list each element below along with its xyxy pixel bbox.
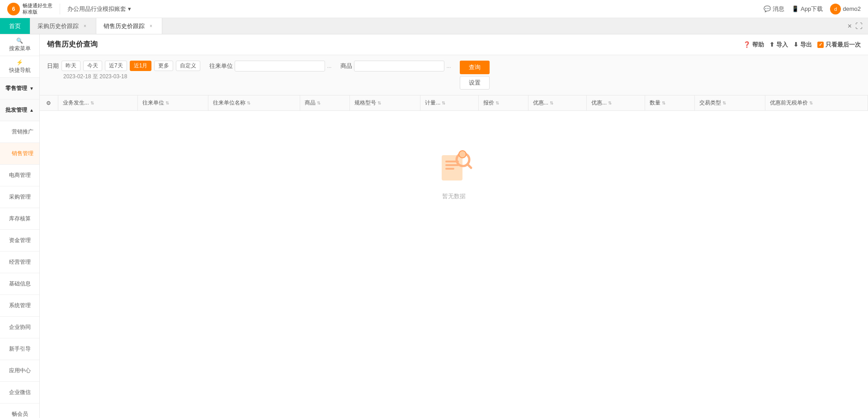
- empty-state: 暂无数据: [40, 111, 868, 237]
- app-selector-label: 办公用品行业模拟账套: [67, 5, 126, 13]
- logo-area: 6 畅捷通好生意 标准版: [7, 3, 52, 15]
- tab-home-label: 首页: [9, 22, 21, 30]
- partner-dots[interactable]: ...: [327, 63, 331, 69]
- product-input[interactable]: [354, 61, 444, 71]
- tab-sales-close[interactable]: ×: [147, 23, 155, 30]
- user-area[interactable]: d demo2: [830, 4, 861, 14]
- search-icon: 🔍: [16, 38, 23, 44]
- sidebar-finance-label: 资金管理: [9, 237, 31, 244]
- fullscreen-btn[interactable]: ⛶: [855, 22, 863, 30]
- col-partner-name[interactable]: 往来单位名称⇅: [208, 95, 300, 111]
- sidebar-item-sales-mgmt[interactable]: 销售管理: [0, 143, 39, 165]
- sidebar-item-tutorial[interactable]: 新手引导: [0, 338, 39, 360]
- main-layout: 🔍 搜索菜单 ⚡ 快捷导航 零售管理 ▼ 批发管理 ▲ 营销推广 销售管理 电商…: [0, 34, 868, 418]
- sidebar-item-system[interactable]: 系统管理: [0, 295, 39, 317]
- date-last7days[interactable]: 近7天: [105, 61, 127, 71]
- sidebar-item-search[interactable]: 🔍 搜索菜单: [0, 34, 39, 56]
- sidebar-item-basics[interactable]: 基础信息: [0, 273, 39, 295]
- query-button[interactable]: 查询: [460, 61, 490, 74]
- sidebar-sales-mgmt-label: 销售管理: [12, 150, 33, 157]
- col-trade-type[interactable]: 交易类型⇅: [694, 95, 765, 111]
- settings-button[interactable]: 设置: [460, 76, 490, 90]
- tab-home[interactable]: 首页: [0, 18, 30, 34]
- sidebar-item-purchase[interactable]: 采购管理: [0, 186, 39, 208]
- help-icon: ❓: [743, 41, 750, 48]
- sidebar-item-operations[interactable]: 经营管理: [0, 252, 39, 273]
- import-icon: ⬆: [769, 41, 774, 48]
- export-icon: ⬇: [793, 41, 798, 48]
- partner-label: 往来单位: [209, 62, 233, 70]
- wholesale-arrow: ▲: [29, 108, 34, 113]
- col-quantity[interactable]: 数量⇅: [645, 95, 695, 111]
- sidebar-item-shortcuts[interactable]: ⚡ 快捷导航: [0, 56, 39, 78]
- sidebar-search-label: 搜索菜单: [9, 45, 31, 52]
- tab-purchase-close[interactable]: ×: [81, 23, 89, 30]
- date-custom[interactable]: 自定义: [176, 61, 200, 71]
- tab-purchase[interactable]: 采购历史价跟踪 ×: [30, 18, 96, 34]
- col-pretax[interactable]: 优惠前无税单价⇅: [765, 95, 868, 111]
- sidebar-item-app-center[interactable]: 应用中心: [0, 360, 39, 382]
- header-divider: [60, 4, 60, 14]
- date-today[interactable]: 今天: [83, 61, 102, 71]
- last-only-checkbox[interactable]: [817, 42, 824, 48]
- app-download-btn[interactable]: 📱 App下载: [792, 5, 823, 13]
- content-area: 销售历史价查询 ❓ 帮助 ⬆ 导入 ⬇ 导出: [40, 34, 868, 418]
- avatar: d: [830, 4, 841, 14]
- username: demo2: [843, 5, 861, 12]
- logo-text: 畅捷通好生意 标准版: [23, 3, 52, 14]
- tab-sales[interactable]: 销售历史价跟踪 ×: [96, 18, 162, 34]
- message-icon: 💬: [764, 5, 771, 12]
- sidebar-item-wechat[interactable]: 企业微信: [0, 382, 39, 404]
- import-btn[interactable]: ⬆ 导入: [769, 41, 788, 49]
- export-label: 导出: [800, 41, 812, 49]
- date-yesterday[interactable]: 昨天: [61, 61, 80, 71]
- col-quote[interactable]: 报价⇅: [479, 95, 528, 111]
- sidebar-item-finance[interactable]: 资金管理: [0, 230, 39, 252]
- col-partner-code[interactable]: 往来单位⇅: [137, 95, 208, 111]
- sidebar-item-ecommerce[interactable]: 电商管理: [0, 165, 39, 186]
- product-dots[interactable]: ...: [446, 63, 451, 69]
- partner-input[interactable]: [235, 61, 325, 71]
- filter-area: 日期 昨天 今天 近7天 近1月 更多 自定义 2023-02-18 至 202…: [40, 55, 868, 95]
- import-label: 导入: [776, 41, 788, 49]
- header-right: 💬 消息 📱 App下载 d demo2: [764, 4, 861, 14]
- date-more[interactable]: 更多: [154, 61, 173, 71]
- date-last1month[interactable]: 近1月: [130, 61, 152, 71]
- col-product[interactable]: 商品⇅: [300, 95, 350, 111]
- sidebar-tutorial-label: 新手引导: [9, 345, 31, 353]
- page-title: 销售历史价查询: [47, 40, 98, 49]
- sidebar-member-label: 畅会员: [12, 410, 28, 418]
- message-btn[interactable]: 💬 消息: [764, 5, 784, 13]
- sidebar-system-label: 系统管理: [9, 302, 31, 309]
- date-filter-group: 日期 昨天 今天 近7天 近1月 更多 自定义 2023-02-18 至 202…: [47, 61, 200, 81]
- sidebar-item-inventory[interactable]: 库存核算: [0, 208, 39, 230]
- export-btn[interactable]: ⬇ 导出: [793, 41, 812, 49]
- sidebar-shortcuts-label: 快捷导航: [9, 66, 31, 74]
- last-only-label: 只看最后一次: [826, 41, 861, 49]
- col-discount1[interactable]: 优惠...⇅: [528, 95, 586, 111]
- data-table: ⚙ 业务发生...⇅ 往来单位⇅ 往来单位名称⇅ 商品⇅ 规格型号⇅ 计量...…: [40, 95, 868, 111]
- col-settings[interactable]: ⚙: [40, 95, 58, 111]
- sidebar-item-marketing[interactable]: 营销推广: [0, 121, 39, 143]
- sidebar-ecommerce-label: 电商管理: [9, 171, 31, 179]
- sidebar-wholesale-header[interactable]: 批发管理 ▲: [0, 100, 39, 121]
- app-selector[interactable]: 办公用品行业模拟账套 ▾: [67, 5, 131, 13]
- col-unit[interactable]: 计量...⇅: [420, 95, 479, 111]
- tab-bar: 首页 采购历史价跟踪 × 销售历史价跟踪 × × ⛶: [0, 18, 868, 34]
- col-spec[interactable]: 规格型号⇅: [349, 95, 420, 111]
- app-selector-arrow: ▾: [128, 5, 131, 12]
- date-filter-row: 日期 昨天 今天 近7天 近1月 更多 自定义: [47, 61, 200, 71]
- sidebar-item-member[interactable]: 畅会员: [0, 404, 39, 418]
- sidebar-item-enterprise[interactable]: 企业协同: [0, 317, 39, 338]
- help-btn[interactable]: ❓ 帮助: [743, 41, 764, 49]
- sidebar-retail-header[interactable]: 零售管理 ▼: [0, 78, 39, 100]
- filter-action-btns: 查询 设置: [460, 61, 490, 90]
- col-discount2[interactable]: 优惠...⇅: [587, 95, 645, 111]
- col-biz-date[interactable]: 业务发生...⇅: [58, 95, 137, 111]
- top-header: 6 畅捷通好生意 标准版 办公用品行业模拟账套 ▾ 💬 消息 📱 App下载 d…: [0, 0, 868, 18]
- close-all-btn[interactable]: ×: [848, 22, 852, 30]
- app-download-icon: 📱: [792, 5, 799, 12]
- sidebar-wholesale-label: 批发管理: [5, 106, 27, 114]
- logo-icon: 6: [7, 3, 20, 15]
- last-only-wrap[interactable]: 只看最后一次: [817, 41, 861, 49]
